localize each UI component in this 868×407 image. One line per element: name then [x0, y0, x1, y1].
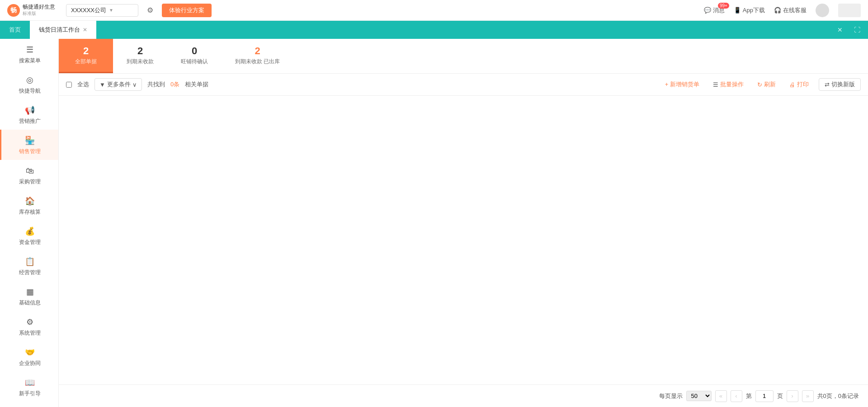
system-icon: ⚙: [24, 317, 35, 327]
sidebar-item-sales-label: 销售管理: [19, 148, 41, 155]
page-number-input[interactable]: [755, 390, 774, 402]
print-label: 打印: [797, 80, 809, 89]
stat-overdue-number: 2: [137, 45, 143, 57]
sidebar-item-cooperation[interactable]: 🤝 企业协同: [0, 342, 58, 372]
quick-nav-icon: ◎: [24, 75, 35, 85]
operations-icon: 📋: [24, 256, 35, 267]
tab-home-label: 首页: [9, 26, 21, 34]
stat-all-label: 全部单据: [75, 58, 97, 65]
sidebar-item-operations[interactable]: 📋 经营管理: [0, 251, 58, 281]
add-sales-order-btn[interactable]: + 新增销货单: [661, 79, 703, 90]
more-filter-btn[interactable]: ▼ 更多条件 ∨: [94, 78, 142, 91]
filter-icon: ▼: [99, 81, 105, 88]
sidebar-item-quick-nav[interactable]: ◎ 快捷导航: [0, 69, 58, 99]
message-badge: 99+: [718, 3, 729, 9]
company-selector[interactable]: XXXXXX公司 ▼: [66, 4, 138, 17]
refresh-label: 刷新: [764, 80, 776, 89]
select-all-checkbox[interactable]: [66, 82, 72, 88]
experience-btn[interactable]: 体验行业方案: [162, 4, 212, 17]
printer-icon: 🖨: [789, 81, 795, 88]
total-records-label: 共0页，0条记录: [817, 392, 859, 400]
add-icon: + 新增销货单: [665, 80, 699, 89]
batch-label: 批量操作: [720, 80, 744, 89]
sidebar-item-search-menu[interactable]: ☰ 搜索菜单: [0, 39, 58, 69]
stat-all-number: 2: [83, 45, 89, 57]
prev-page-btn[interactable]: ‹: [731, 390, 742, 402]
maximize-window-btn[interactable]: ⛶: [851, 23, 863, 36]
switch-version-btn[interactable]: ⇄ 切换新版: [819, 78, 861, 91]
sidebar-item-sales[interactable]: 🏪 销售管理: [0, 130, 58, 160]
message-btn[interactable]: 💬 消息 99+: [704, 6, 725, 14]
tab-bar: 首页 钱货日清工作台 ✕ ✕ ⛶: [0, 21, 868, 39]
tab-work-platform[interactable]: 钱货日清工作台 ✕: [30, 21, 96, 39]
sidebar-item-quick-nav-label: 快捷导航: [19, 87, 41, 95]
avatar[interactable]: [816, 4, 829, 17]
sidebar-item-marketing-label: 营销推广: [19, 117, 41, 125]
stat-card-overdue[interactable]: 2 到期未收款: [113, 39, 167, 73]
page-suffix: 页: [777, 392, 783, 400]
page-label: 第: [746, 392, 752, 400]
content-area: 2 全部单据 2 到期未收款 0 旺铺待确认 2 到期未收款 已出库 全选 ▼ …: [59, 39, 868, 407]
header-right: 💬 消息 99+ 📱 App下载 🎧 在线客服: [704, 4, 861, 17]
refresh-icon: ↻: [757, 81, 762, 88]
tab-work-platform-label: 钱货日清工作台: [39, 26, 80, 34]
company-name: XXXXXX公司: [71, 6, 106, 14]
sales-icon: 🏪: [24, 135, 35, 146]
logo-area: 畅 畅捷通好生意 标准版: [7, 4, 66, 17]
stats-row: 2 全部单据 2 到期未收款 0 旺铺待确认 2 到期未收款 已出库: [59, 39, 868, 74]
sidebar-item-system[interactable]: ⚙ 系统管理: [0, 311, 58, 342]
app-badge: 标准版: [23, 10, 55, 17]
tab-bar-actions: ✕ ⛶: [834, 23, 868, 36]
app-download-label: App下载: [743, 6, 765, 14]
user-name[interactable]: [838, 4, 861, 17]
batch-operations-btn[interactable]: ☰ 批量操作: [709, 79, 747, 90]
sidebar-item-marketing[interactable]: 📢 营销推广: [0, 99, 58, 130]
refresh-btn[interactable]: ↻ 刷新: [754, 79, 779, 90]
stat-card-all[interactable]: 2 全部单据: [59, 39, 113, 73]
print-btn[interactable]: 🖨 打印: [786, 79, 812, 90]
headset-icon: 🎧: [774, 7, 781, 14]
table-area: [59, 96, 868, 384]
stat-shipped-label: 到期未收款 已出库: [235, 58, 280, 65]
sidebar-item-guide[interactable]: 📖 新手引导: [0, 372, 58, 402]
online-service-label: 在线客服: [783, 6, 807, 14]
last-page-btn[interactable]: »: [802, 390, 814, 402]
app-download-btn[interactable]: 📱 App下载: [734, 6, 765, 14]
next-page-btn[interactable]: ›: [787, 390, 798, 402]
more-filter-label: 更多条件: [107, 80, 131, 89]
cooperation-icon: 🤝: [24, 347, 35, 358]
sidebar-item-app-center[interactable]: 📦 应用中心: [0, 402, 58, 407]
stat-card-pending[interactable]: 0 旺铺待确认: [167, 39, 222, 73]
per-page-label: 每页显示: [659, 392, 683, 400]
toolbar-right: + 新增销货单 ☰ 批量操作 ↻ 刷新 🖨 打印 ⇄ 切换新版: [661, 78, 861, 91]
found-count: 0条: [170, 80, 179, 89]
pagination-bar: 每页显示 50 10 20 100 « ‹ 第 页 › » 共0页，0条记录: [59, 384, 868, 407]
sidebar-item-inventory[interactable]: 🏠 库存核算: [0, 190, 58, 220]
per-page-select[interactable]: 50 10 20 100: [686, 391, 712, 401]
company-selector-arrow: ▼: [109, 8, 113, 13]
close-window-btn[interactable]: ✕: [834, 23, 846, 36]
sidebar-item-finance[interactable]: 💰 资金管理: [0, 220, 58, 251]
inventory-icon: 🏠: [24, 196, 35, 206]
sidebar: ☰ 搜索菜单 ◎ 快捷导航 📢 营销推广 🏪 销售管理 🛍 采购管理 🏠 库存核…: [0, 39, 59, 407]
filter-arrow: ∨: [132, 81, 137, 88]
sidebar-item-basic-info[interactable]: ▦ 基础信息: [0, 281, 58, 311]
switch-label: 切换新版: [831, 80, 855, 89]
sidebar-item-basic-info-label: 基础信息: [19, 299, 41, 307]
logo-text-block: 畅捷通好生意 标准版: [23, 4, 55, 17]
online-service-btn[interactable]: 🎧 在线客服: [774, 6, 807, 14]
close-tab-icon[interactable]: ✕: [83, 27, 87, 33]
found-suffix: 相关单据: [185, 80, 208, 89]
settings-icon[interactable]: ⚙: [143, 3, 157, 18]
tab-home[interactable]: 首页: [0, 21, 30, 39]
purchase-icon: 🛍: [24, 165, 35, 176]
sidebar-item-operations-label: 经营管理: [19, 269, 41, 276]
stat-shipped-number: 2: [255, 45, 260, 57]
sidebar-item-guide-label: 新手引导: [19, 390, 41, 398]
stat-card-shipped[interactable]: 2 到期未收款 已出库: [222, 39, 293, 73]
first-page-btn[interactable]: «: [715, 390, 727, 402]
sidebar-item-purchase[interactable]: 🛍 采购管理: [0, 160, 58, 190]
sidebar-item-system-label: 系统管理: [19, 329, 41, 337]
found-prefix: 共找到: [147, 80, 165, 89]
sidebar-item-search-menu-label: 搜索菜单: [19, 57, 41, 65]
